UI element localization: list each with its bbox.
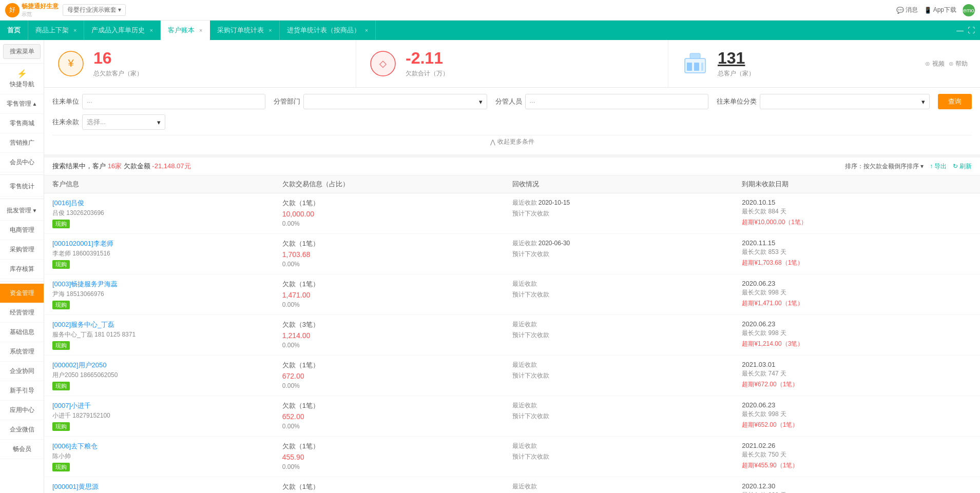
filter-input-from-unit[interactable]: ···: [82, 94, 265, 109]
repay-info-5: 最近收款 预计下次收款: [512, 361, 742, 380]
debt-amount-icon: ◇: [369, 49, 397, 78]
close-customer-account[interactable]: ×: [199, 27, 202, 33]
sidebar-item-enterprise-wechat[interactable]: 企业微信: [0, 420, 44, 440]
tab-purchase-stats[interactable]: 进货单统计表（按商品） ×: [280, 21, 376, 40]
help-btn[interactable]: ⊙ 帮助: [949, 60, 968, 68]
stat-value-debtors: 16: [93, 49, 343, 67]
close-purchase-order[interactable]: ×: [268, 27, 272, 33]
sidebar-item-batch-mgmt[interactable]: 批发管理 ▼: [0, 201, 44, 221]
customer-name-7[interactable]: [0006]去下粮仓: [52, 442, 282, 451]
avatar[interactable]: demo2: [963, 4, 975, 16]
sidebar-item-vip-member[interactable]: 畅会员: [0, 440, 44, 459]
sidebar-item-system-mgmt[interactable]: 系统管理: [0, 342, 44, 362]
repay-info-4: 最近收款 预计下次收款: [512, 320, 742, 340]
sidebar: 搜索菜单 ⚡ 快捷导航 零售管理 ▲ 零售商城 营销推广 会员中心 零售统计 批…: [0, 40, 44, 493]
stat-info-total-customers: 131 总客户（家）: [718, 49, 917, 78]
results-actions: 排序：按欠款金额倒序排序 ▾ ↑ 导出 ↻ 刷新: [845, 162, 972, 171]
sidebar-item-marketing[interactable]: 营销推广: [0, 133, 44, 153]
debt-info-8: 欠款（1笔） 429.00 0.00%: [282, 482, 512, 493]
sidebar-item-enterprise-collab[interactable]: 企业协同: [0, 362, 44, 381]
customer-name-1[interactable]: [0016]吕俊: [52, 199, 282, 208]
filter-from-unit: 往来单位 ···: [52, 94, 265, 109]
results-summary: 搜索结果中，客户 16家 欠款金额 -21,148.07元: [52, 162, 191, 171]
quick-nav-icon: ⚡: [3, 69, 41, 78]
stat-card-debt-amount: ◇ -2.11 欠款合计（万）: [356, 40, 668, 87]
sidebar-divider-3: [0, 281, 44, 282]
refresh-btn[interactable]: ↻ 刷新: [953, 162, 972, 171]
customer-name-5[interactable]: [000002]用户2050: [52, 361, 282, 370]
table-row: [000001]黄思源 黄思源 13552700226 现购 欠款（1笔） 42…: [44, 477, 980, 493]
table-row: [0001020001]李老师 李老师 18600391516 现购 欠款（1笔…: [44, 234, 980, 274]
video-help-btn[interactable]: ⊙ 视频: [925, 60, 944, 68]
sidebar-item-retail-stats[interactable]: 零售统计: [0, 177, 44, 196]
sidebar-item-retail-mgmt[interactable]: 零售管理 ▲: [0, 94, 44, 114]
query-button[interactable]: 查询: [938, 94, 972, 109]
message-btn[interactable]: 💬 消息: [896, 6, 918, 14]
customer-name-4[interactable]: [0002]服务中心_丁磊: [52, 320, 282, 329]
collapse-filters-btn[interactable]: ⋀ 收起更多条件: [52, 135, 972, 148]
sidebar-item-operations[interactable]: 经营管理: [0, 303, 44, 323]
industry-selector[interactable]: 母婴行业演示账套 ▾: [63, 4, 126, 16]
sidebar-item-quick-nav[interactable]: ⚡ 快捷导航: [0, 64, 44, 94]
tab-product-shelf[interactable]: 商品上下架 ×: [28, 21, 84, 40]
export-btn[interactable]: ↑ 导出: [930, 162, 947, 171]
sidebar-item-new-guide[interactable]: 新手引导: [0, 381, 44, 401]
sidebar-item-member-center[interactable]: 会员中心: [0, 153, 44, 172]
filter-select-unit-category[interactable]: ▾: [760, 94, 930, 109]
tab-purchase-order[interactable]: 采购订单统计表 ×: [210, 21, 279, 40]
due-info-7: 2021.02.26 最长欠款 750 天 超期¥455.90（1笔）: [742, 442, 972, 470]
due-info-1: 2020.10.15 最长欠款 884 天 超期¥10,000.00（1笔）: [742, 199, 972, 227]
sidebar-search-area: 搜索菜单: [0, 40, 44, 64]
debt-info-3: 欠款（1笔） 1,471.00 0.00%: [282, 280, 512, 308]
sort-selector[interactable]: 排序：按欠款金额倒序排序 ▾: [845, 162, 924, 171]
filter-input-manager[interactable]: ···: [525, 94, 708, 109]
customer-name-8[interactable]: [000001]黄思源: [52, 482, 282, 491]
app-name: 畅捷通好生意: [22, 2, 59, 11]
stat-card-total-customers: 131 总客户（家） ⊙ 视频 ⊙ 帮助: [668, 40, 980, 87]
close-production-history[interactable]: ×: [149, 27, 152, 33]
sidebar-item-basic-info[interactable]: 基础信息: [0, 323, 44, 342]
customer-name-6[interactable]: [0007]小进千: [52, 401, 282, 410]
debt-info-1: 欠款（1笔） 10,000.00 0.00%: [282, 199, 512, 227]
tab-home[interactable]: 首页: [0, 21, 28, 40]
top-bar-right: 💬 消息 📱 App下载 demo2: [896, 4, 975, 16]
filter-row-2: 往来余款 选择... ▾: [52, 114, 972, 130]
filter-select-remain[interactable]: 选择... ▾: [82, 114, 165, 130]
sidebar-item-warehouse[interactable]: 库存核算: [0, 260, 44, 279]
sidebar-item-app-center[interactable]: 应用中心: [0, 401, 44, 420]
customer-info-3: [0003]畅捷服务尹海蕊 尹海 18513066976 现购: [52, 280, 282, 309]
app-download-btn[interactable]: 📱 App下载: [924, 6, 956, 14]
sidebar-item-retail-mall[interactable]: 零售商城: [0, 114, 44, 133]
customer-name-2[interactable]: [0001020001]李老师: [52, 239, 282, 248]
customer-tag-1: 现购: [52, 220, 70, 228]
close-product-shelf[interactable]: ×: [73, 27, 76, 33]
nav-minimize[interactable]: —: [956, 26, 964, 34]
debtors-icon: ¥: [56, 49, 85, 78]
customer-name-3[interactable]: [0003]畅捷服务尹海蕊: [52, 280, 282, 289]
sidebar-item-finance[interactable]: 资金管理: [0, 284, 44, 303]
repay-info-3: 最近收款 预计下次收款: [512, 280, 742, 299]
top-bar-left: 好 畅捷通好生意 示范 母婴行业演示账套 ▾: [5, 2, 126, 18]
tab-production-history[interactable]: 产成品入库单历史 ×: [84, 21, 160, 40]
tab-customer-account[interactable]: 客户账本 ×: [161, 21, 210, 40]
customer-info-2: [0001020001]李老师 李老师 18600391516 现购: [52, 239, 282, 269]
filter-label-remain: 往来余款: [52, 117, 79, 127]
filter-label-unit-category: 往来单位分类: [717, 97, 757, 106]
svg-text:¥: ¥: [67, 57, 74, 69]
customer-info-7: [0006]去下粮仓 陈小帅 现购: [52, 442, 282, 471]
nav-right: — ⛶: [956, 21, 980, 40]
sidebar-item-ecommerce[interactable]: 电商管理: [0, 221, 44, 240]
nav-maximize[interactable]: ⛶: [968, 26, 975, 34]
repay-info-1: 最近收款 2020-10-15 预计下次收款: [512, 199, 742, 218]
refresh-icon: ↻: [953, 163, 958, 170]
sidebar-item-purchase-mgmt[interactable]: 采购管理: [0, 240, 44, 260]
repay-info-2: 最近收款 2020-06-30 预计下次收款: [512, 239, 742, 259]
sidebar-search-btn[interactable]: 搜索菜单: [3, 44, 41, 59]
repay-info-7: 最近收款 预计下次收款: [512, 442, 742, 461]
due-info-2: 2020.11.15 最长欠款 853 天 超期¥1,703.68（1笔）: [742, 239, 972, 267]
due-info-4: 2020.06.23 最长欠款 998 天 超期¥1,214.00（3笔）: [742, 320, 972, 348]
filter-select-department[interactable]: ▾: [303, 94, 487, 109]
close-purchase-stats[interactable]: ×: [365, 27, 368, 33]
due-info-8: 2020.12.30 最长欠款 808 天 超期¥429.00（1笔）: [742, 482, 972, 493]
filter-label-manager: 分管人员: [495, 97, 522, 106]
